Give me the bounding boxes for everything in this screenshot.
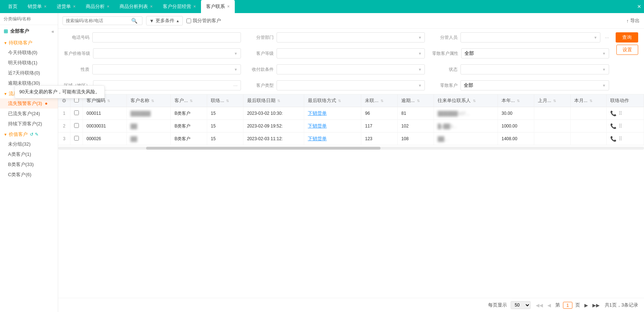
filter-select-scatter-attr[interactable]: 全部 ▼ xyxy=(461,48,609,58)
first-page-button[interactable]: ◀◀ xyxy=(534,302,544,309)
tab-product-analysis-list[interactable]: 商品分析列表 × xyxy=(114,0,158,13)
search-input-wrap: 🔍 xyxy=(63,16,142,25)
sidebar-all-customers[interactable]: ⊞ 全部客户 « xyxy=(0,25,58,37)
sort-name-icon[interactable]: ⇅ xyxy=(151,99,154,103)
more-actions-icon[interactable]: ⠿ xyxy=(619,110,622,116)
my-customer-check[interactable] xyxy=(186,19,191,23)
sidebar-item-churned[interactable]: 已流失客户(24) xyxy=(0,109,58,119)
close-tab-sales[interactable]: × xyxy=(44,4,47,9)
sidebar-item-7days[interactable]: 近7天待联络(0) xyxy=(0,68,58,78)
filter-select-grade[interactable]: ▼ xyxy=(277,48,425,58)
refresh-icon[interactable]: ↺ xyxy=(30,132,33,137)
tab-customer-contact[interactable]: 客户联系 × xyxy=(201,0,235,13)
row-not-contacted: 123 xyxy=(361,133,398,145)
more-dots-person[interactable]: ··· xyxy=(605,35,609,40)
filter-select-dept[interactable]: ▼ xyxy=(277,32,425,42)
sort-date-icon[interactable]: ⇅ xyxy=(277,99,280,103)
th-type: 客户... ⇅ xyxy=(171,94,207,107)
sidebar-item-today[interactable]: 今天待联络(0) xyxy=(0,48,58,58)
sort-not-contacted-icon[interactable]: ⇅ xyxy=(381,99,383,103)
filter-label-scatter-attr: 零散客户属性 xyxy=(432,50,458,57)
sort-company-icon[interactable]: ⇅ xyxy=(473,99,476,103)
sidebar-item-churn-warning[interactable]: 流失预警客户(3) ● xyxy=(0,98,58,109)
filter-select-nature[interactable]: ▼ xyxy=(92,64,241,74)
row-last-method[interactable]: 下销货单 xyxy=(304,107,361,120)
sidebar-group-value[interactable]: ▼ 价值客户 ↺ ✎ xyxy=(0,129,58,139)
row-last-method[interactable]: 下销货单 xyxy=(304,120,361,133)
filter-label-phone: 电话号码 xyxy=(64,35,89,41)
row-checkbox[interactable] xyxy=(71,107,83,120)
table-row: 1 000011 ██████ B类客户 15 2023-03-02 10:30… xyxy=(58,107,644,120)
collapse-icon[interactable]: « xyxy=(52,29,54,34)
tab-purchase[interactable]: 进货单 × xyxy=(52,0,81,13)
filter-select-price-grade[interactable]: ▼ xyxy=(93,48,241,58)
sort-type-icon[interactable]: ⇅ xyxy=(190,99,193,103)
filter-select-scatter[interactable]: 全部 ▼ xyxy=(460,80,609,90)
sidebar-item-class-a[interactable]: A类客户(1) xyxy=(0,149,58,159)
sidebar-group-pending[interactable]: ▼ 待联络客户 xyxy=(0,37,58,48)
filter-input-phone[interactable] xyxy=(92,32,241,42)
export-button[interactable]: ↑ 导出 xyxy=(627,17,640,24)
row-contact-count: 15 xyxy=(207,133,243,145)
arrow-down-icon3: ▼ xyxy=(4,133,7,137)
sidebar-item-class-b[interactable]: B类客户(33) xyxy=(0,159,58,170)
row-last-method[interactable]: 下销货单 xyxy=(304,133,361,145)
close-tab-purchase[interactable]: × xyxy=(73,4,76,9)
my-customer-checkbox[interactable]: 我分管的客户 xyxy=(186,17,221,24)
close-tab-customer-layer[interactable]: × xyxy=(193,4,196,9)
query-button[interactable]: 查询 xyxy=(616,32,638,42)
close-tab-product-analysis[interactable]: × xyxy=(107,4,109,9)
page-size-select[interactable]: 50 100 xyxy=(511,301,531,309)
sort-code-icon[interactable]: ⇅ xyxy=(107,99,110,103)
sidebar-item-class-c[interactable]: C类客户(6) xyxy=(0,170,58,180)
close-tab-product-analysis-list[interactable]: × xyxy=(150,4,153,9)
more-dots-region[interactable]: ··· xyxy=(233,82,238,88)
filter-select-region[interactable]: ··· xyxy=(93,80,241,90)
search-icon[interactable]: 🔍 xyxy=(131,18,137,24)
close-window-icon[interactable]: × xyxy=(637,3,641,11)
sort-overdue-icon[interactable]: ⇅ xyxy=(417,99,420,103)
row-num: 3 xyxy=(58,133,71,145)
contact-icon[interactable]: 📞 xyxy=(610,110,616,116)
sort-this-month-icon[interactable]: ⇅ xyxy=(589,99,592,103)
last-page-button[interactable]: ▶▶ xyxy=(591,302,601,309)
row-checkbox[interactable] xyxy=(71,133,83,145)
contact-icon[interactable]: 📞 xyxy=(610,136,616,142)
prev-page-button[interactable]: ◀ xyxy=(546,302,552,309)
sort-year-icon[interactable]: ⇅ xyxy=(517,99,520,103)
search-input[interactable] xyxy=(66,18,131,23)
sidebar-item-declining[interactable]: 持续下滑客户(2) xyxy=(0,119,58,129)
more-filter-button[interactable]: ▼ 更多条件 ▲ xyxy=(146,16,183,25)
scrollbar-thumb xyxy=(146,147,381,150)
filter-select-payment[interactable]: ▼ xyxy=(277,64,425,74)
close-tab-customer-contact[interactable]: × xyxy=(227,4,230,9)
sidebar-search-input[interactable] xyxy=(4,16,58,21)
filter-select-customer-type[interactable]: ▼ xyxy=(277,80,425,90)
tab-customer-layer[interactable]: 客户分层经营 × xyxy=(158,0,201,13)
sidebar-item-tomorrow[interactable]: 明天待联络(1) xyxy=(0,58,58,68)
arrow-down-icon2: ▼ xyxy=(4,92,7,96)
more-actions-icon[interactable]: ⠿ xyxy=(619,123,622,129)
tab-sales[interactable]: 销货单 × xyxy=(23,0,52,13)
sort-contact-icon[interactable]: ⇅ xyxy=(226,99,229,103)
chevron-down-price-grade: ▼ xyxy=(234,52,238,56)
filter-field-price-grade: 客户价格等级 ▼ xyxy=(64,48,241,58)
more-actions-icon[interactable]: ⠿ xyxy=(619,136,622,142)
next-page-button[interactable]: ▶ xyxy=(583,302,589,309)
row-type: B类客户 xyxy=(171,120,207,133)
horizontal-scrollbar[interactable] xyxy=(58,147,644,150)
settings-button[interactable]: 设置 xyxy=(616,45,638,55)
sort-last-month-icon[interactable]: ⇅ xyxy=(553,99,556,103)
tab-product-analysis[interactable]: 商品分析 × xyxy=(81,0,114,13)
contact-icon[interactable]: 📞 xyxy=(610,123,616,129)
tab-home[interactable]: 首页 xyxy=(3,0,23,13)
sort-method-icon[interactable]: ⇅ xyxy=(338,99,341,103)
filter-select-person[interactable]: ▼ xyxy=(460,32,600,42)
row-type: B类客户 xyxy=(171,107,207,120)
sidebar-item-ungrouped[interactable]: 未分组(32) xyxy=(0,139,58,149)
settings-gear-icon[interactable]: ⚙ xyxy=(62,98,67,104)
row-checkbox[interactable] xyxy=(71,120,83,133)
row-this-month xyxy=(570,107,607,120)
filter-select-status[interactable]: ▼ xyxy=(460,64,609,74)
edit-icon[interactable]: ✎ xyxy=(35,132,39,137)
